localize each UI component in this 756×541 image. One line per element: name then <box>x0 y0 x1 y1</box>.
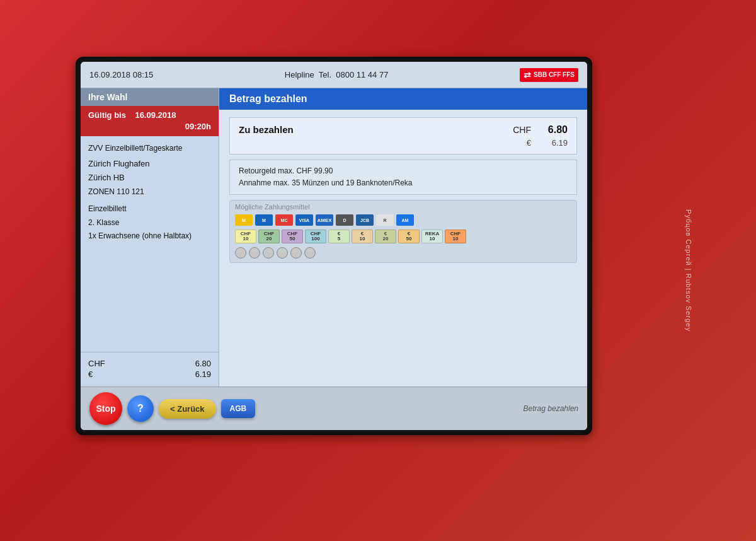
euro-row: € 6.19 <box>239 138 568 148</box>
zuruck-button[interactable]: < Zurück <box>159 399 216 419</box>
ticket-class: Einzelbillett <box>88 203 211 215</box>
retourgeld-line2: Annahme max. 35 Münzen und 19 Banknoten/… <box>239 177 568 189</box>
amex2-icon: AM <box>396 214 414 226</box>
sbb-logo: ⇄ SBB CFF FFS <box>520 68 578 82</box>
screen-outer: 16.09.2018 08:15 Helpline Tel. 0800 11 4… <box>76 57 592 435</box>
left-panel: Ihre Wahl Gültig bis 16.09.2018 09:20h Z… <box>81 88 219 387</box>
screen: 16.09.2018 08:15 Helpline Tel. 0800 11 4… <box>81 62 587 430</box>
payment-methods-section: Mögliche Zahlungsmittel M M MC VISA AMEX… <box>229 200 577 263</box>
help-button[interactable]: ? <box>127 395 154 422</box>
header-helpline: Helpline Tel. 0800 11 44 77 <box>285 70 389 79</box>
main-content: Ihre Wahl Gültig bis 16.09.2018 09:20h Z… <box>81 88 587 387</box>
coin-3 <box>263 247 274 259</box>
left-ticket-info: ZVV Einzelbillett/Tageskarte Zürich Flug… <box>81 136 219 352</box>
betrag-header: Betrag bezahlen <box>219 88 587 110</box>
zones: ZONEN 110 121 <box>88 186 211 198</box>
stop-button[interactable]: Stop <box>89 392 122 425</box>
ticket-type: ZVV Einzelbillett/Tageskarte <box>88 143 211 154</box>
banknote-eur50: €50 <box>398 230 420 243</box>
banknote-reka10: REKA10 <box>421 230 443 243</box>
price-eur-value: 6.19 <box>195 369 211 379</box>
payment-info-box: Zu bezahlen CHF 6.80 € 6.19 <box>229 117 577 154</box>
bottom-bar: Stop ? < Zurück AGB Betrag bezahlen <box>81 387 587 430</box>
chf-label: CHF <box>506 125 531 135</box>
photo-credit: Рубцов Сергей | Rubtsov Sergey <box>685 209 692 332</box>
banknote-chf20: CHF20 <box>258 230 280 243</box>
banknote-chf100: CHF100 <box>305 230 326 243</box>
price-eur-label: € <box>88 369 93 379</box>
diners-icon: D <box>336 214 353 226</box>
amex-icon: AMEX <box>316 214 333 226</box>
jcb-icon: JCB <box>356 214 374 226</box>
eur-label: € <box>527 138 531 148</box>
sbb-arrows-icon: ⇄ <box>524 70 531 80</box>
header-bar: 16.09.2018 08:15 Helpline Tel. 0800 11 4… <box>81 62 587 88</box>
card-icons-row: M M MC VISA AMEX D JCB R AM <box>230 212 576 228</box>
price-chf-row: CHF 6.80 <box>88 359 211 368</box>
price-eur-row: € 6.19 <box>88 369 211 379</box>
mastercard-icon: MC <box>275 214 293 226</box>
reka-icon: R <box>376 214 394 226</box>
coin-2 <box>249 247 260 259</box>
agb-button[interactable]: AGB <box>221 399 256 418</box>
payment-methods-label: Mögliche Zahlungsmittel <box>230 201 576 212</box>
sbb-logo-text: SBB CFF FFS <box>534 71 575 78</box>
betrag-bezahlen-status: Betrag bezahlen <box>524 404 578 413</box>
gueltig-bis-box: Gültig bis 16.09.2018 09:20h <box>81 106 219 136</box>
banknote-eur5: €5 <box>328 230 350 243</box>
ihre-wahl-header: Ihre Wahl <box>81 88 219 106</box>
header-datetime: 16.09.2018 08:15 <box>89 70 153 79</box>
zu-bezahlen-row: Zu bezahlen CHF 6.80 <box>239 124 568 136</box>
zu-bezahlen-label: Zu bezahlen <box>239 124 501 135</box>
retourgeld-line1: Retourgeld max. CHF 99.90 <box>239 165 568 177</box>
price-chf-value: 6.80 <box>195 359 211 368</box>
from-station: Zürich Flughafen <box>88 158 211 171</box>
banknote-eur20: €20 <box>375 230 396 243</box>
banknote-row: CHF10 CHF20 CHF50 CHF100 €5 €10 €20 €50 … <box>230 228 576 246</box>
class-number: 2. Klasse <box>88 217 211 229</box>
left-bottom-price: CHF 6.80 € 6.19 <box>81 352 219 387</box>
eur-amount: 6.19 <box>536 138 568 148</box>
coin-row <box>230 246 576 262</box>
maestro2-icon: M <box>255 214 273 226</box>
banknote-eur10: €10 <box>352 230 373 243</box>
price-chf-label: CHF <box>88 359 105 368</box>
coin-4 <box>277 247 288 259</box>
banknote-chf50: CHF50 <box>282 230 303 243</box>
coin-6 <box>304 247 316 259</box>
chf-amount: 6.80 <box>536 124 568 136</box>
visa-icon: VISA <box>295 214 313 226</box>
passengers: 1x Erwachsene (ohne Halbtax) <box>88 230 211 242</box>
right-panel: Betrag bezahlen Zu bezahlen CHF 6.80 € 6… <box>219 88 587 387</box>
banknote-chf10b: CHF10 <box>445 230 466 243</box>
maestro-icon: M <box>235 214 253 226</box>
to-station: Zürich HB <box>88 172 211 185</box>
banknote-chf10: CHF10 <box>235 230 256 243</box>
coin-5 <box>290 247 302 259</box>
bottom-left-buttons: Stop ? < Zurück AGB <box>89 392 255 425</box>
machine-body: 16.09.2018 08:15 Helpline Tel. 0800 11 4… <box>0 0 756 541</box>
retourgeld-box: Retourgeld max. CHF 99.90 Annahme max. 3… <box>229 160 577 195</box>
coin-1 <box>235 247 246 259</box>
